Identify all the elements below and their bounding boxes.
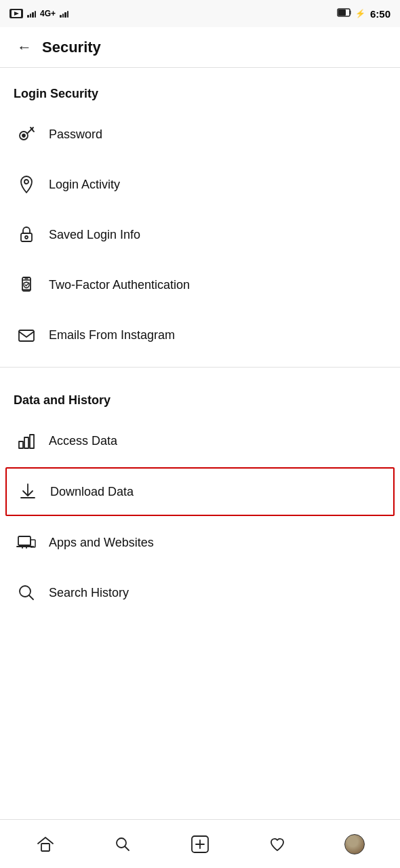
header: ← Security [0,27,400,68]
shield-phone-icon [14,272,39,298]
nav-home[interactable] [28,827,62,861]
network-type: 4G+ [40,9,56,18]
menu-item-two-factor[interactable]: Two-Factor Authentication [0,260,400,310]
svg-rect-3 [338,9,346,16]
search-icon [113,835,132,854]
search-history-icon [14,580,39,606]
menu-item-apps-websites[interactable]: Apps and Websites [0,517,400,568]
status-right: ⚡ 6:50 [337,8,391,20]
app-icon [9,9,23,18]
menu-item-download-data[interactable]: Download Data [5,467,395,516]
status-bar: 4G+ ⚡ 6:50 [0,0,400,27]
status-left: 4G+ [9,9,68,18]
nav-add[interactable] [183,827,217,861]
login-security-section-header: Login Security [0,68,400,109]
battery-icon [337,8,352,19]
section-divider [0,367,400,368]
data-history-section-header: Data and History [0,374,400,416]
signal-bars-2 [60,9,68,18]
content: Login Security Password Login Activity [0,68,400,819]
svg-point-6 [24,180,28,184]
key-icon [14,121,39,147]
apps-icon [14,530,39,555]
location-icon [14,172,39,197]
time-display: 6:50 [370,8,391,20]
nav-profile[interactable] [338,827,372,861]
password-label: Password [49,127,102,142]
page-title: Security [42,39,101,56]
back-button[interactable]: ← [11,34,38,61]
menu-item-access-data[interactable]: Access Data [0,416,400,466]
access-data-label: Access Data [49,434,117,448]
email-icon [14,322,39,348]
home-icon [36,835,55,854]
svg-rect-10 [19,330,34,341]
back-arrow-icon: ← [17,39,32,56]
download-data-label: Download Data [50,485,134,499]
menu-item-emails[interactable]: Emails From Instagram [0,310,400,360]
search-history-label: Search History [49,586,129,600]
svg-point-8 [25,236,28,239]
menu-item-search-history[interactable]: Search History [0,568,400,618]
emails-label: Emails From Instagram [49,328,175,342]
nav-search[interactable] [106,827,140,861]
menu-item-saved-login[interactable]: Saved Login Info [0,210,400,260]
login-activity-label: Login Activity [49,178,120,192]
svg-rect-13 [30,435,34,448]
add-icon [191,835,209,854]
chart-icon [14,428,39,454]
svg-rect-17 [41,844,49,851]
heart-icon [268,835,287,854]
menu-item-login-activity[interactable]: Login Activity [0,159,400,210]
download-icon [15,479,41,505]
menu-item-password[interactable]: Password [0,109,400,159]
svg-rect-11 [19,441,23,448]
svg-rect-7 [21,233,32,241]
svg-rect-12 [24,437,28,448]
bottom-nav [0,819,400,868]
nav-heart[interactable] [260,827,294,861]
saved-login-label: Saved Login Info [49,228,140,242]
lightning-icon: ⚡ [355,9,365,18]
avatar [344,834,365,854]
signal-bars [27,9,36,18]
apps-websites-label: Apps and Websites [49,536,154,550]
svg-point-5 [22,134,25,137]
svg-rect-14 [18,536,31,545]
two-factor-label: Two-Factor Authentication [49,278,190,292]
lock-icon [14,222,39,248]
